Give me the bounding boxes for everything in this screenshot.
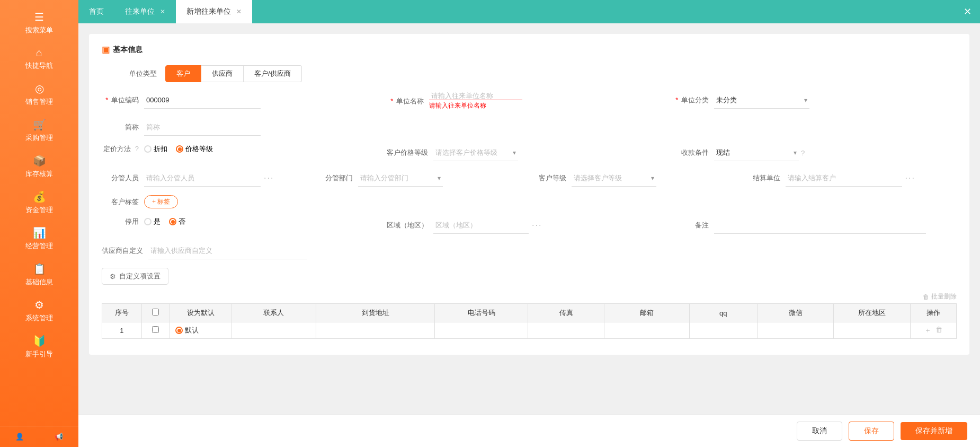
disabled-radio-no[interactable]: 否: [169, 217, 185, 226]
add-tag-btn[interactable]: + 标签: [144, 195, 178, 208]
field-unit-code: * 单位编码: [102, 92, 387, 109]
field-payment-terms: 收款条件 现结 ▾ ?: [672, 144, 957, 161]
customer-level-select[interactable]: 请选择客户等级 ▾: [572, 170, 656, 187]
cell-actions: ＋ 🗑: [910, 322, 956, 339]
manager-input[interactable]: [144, 170, 261, 187]
field-customer-price-level: 客户价格等级 请选择客户价格等级 ▾: [387, 144, 672, 161]
payment-terms-help-icon[interactable]: ?: [801, 149, 805, 157]
unit-category-select[interactable]: 未分类 ▾: [714, 92, 809, 109]
system-icon: ⚙: [34, 299, 44, 311]
table-row: 1 默认: [102, 322, 957, 339]
sidebar-item-search[interactable]: ☰ 搜索菜单: [0, 4, 78, 40]
tab-new-contact[interactable]: 新增往来单位 ✕: [176, 0, 252, 23]
row-short-name: 简称: [102, 119, 957, 136]
region-more-btn[interactable]: ···: [532, 221, 542, 230]
unit-name-error: 请输入往来单位名称: [429, 101, 522, 110]
pricing-radio-discount[interactable]: 折扣: [144, 144, 167, 154]
email-input[interactable]: [626, 327, 668, 335]
field-disabled: 停用 是 否: [102, 217, 387, 226]
operation-icon: 📊: [33, 226, 46, 239]
sidebar-extra-icon[interactable]: 📢: [55, 433, 63, 441]
unit-name-input[interactable]: [429, 92, 522, 100]
sidebar-item-guide[interactable]: 🔰 新手引导: [0, 328, 78, 364]
save-button[interactable]: 保存: [849, 422, 894, 441]
col-location: 所在地区: [834, 304, 910, 322]
short-name-input[interactable]: [144, 119, 261, 136]
field-customer-level: 客户等级 请选择客户等级 ▾: [529, 170, 743, 187]
section-title: ▣ 基本信息: [102, 45, 957, 55]
settings-icon: ⚙: [110, 273, 116, 281]
pricing-help-icon[interactable]: ?: [135, 145, 139, 153]
batch-delete-label[interactable]: 批量删除: [931, 292, 957, 301]
unit-type-both-btn[interactable]: 客户/供应商: [244, 65, 302, 82]
customer-price-level-select[interactable]: 请选择客户价格等级 ▾: [433, 144, 518, 161]
basic-icon: 📋: [33, 262, 46, 275]
unit-type-supplier-btn[interactable]: 供应商: [201, 65, 244, 82]
footer: 取消 保存 保存并新增: [78, 415, 980, 447]
remark-input[interactable]: [714, 217, 926, 234]
unit-code-input[interactable]: [144, 92, 261, 109]
cell-fax: [528, 322, 604, 339]
pricing-radio-level[interactable]: 价格等级: [176, 144, 213, 154]
row-pricing: 定价方法 ? 折扣 价格等级: [102, 144, 957, 161]
sidebar-item-inventory[interactable]: 📦 库存核算: [0, 148, 78, 184]
department-select[interactable]: 请输入分管部门 ▾: [358, 170, 443, 187]
unit-type-btn-group: 客户 供应商 客户/供应商: [165, 65, 302, 82]
pricing-radio-group: 折扣 价格等级: [144, 144, 213, 154]
field-unit-name: * 单位名称 请输入往来单位名称: [387, 92, 672, 110]
default-radio[interactable]: 默认: [175, 326, 226, 335]
location-input[interactable]: [853, 327, 890, 335]
phone-input[interactable]: [458, 327, 505, 335]
disabled-radio-yes[interactable]: 是: [144, 217, 161, 226]
supplier-custom-input[interactable]: [148, 242, 307, 259]
cancel-button[interactable]: 取消: [797, 422, 842, 441]
delete-row-icon[interactable]: 🗑: [936, 326, 942, 335]
manager-more-btn[interactable]: ···: [264, 173, 274, 183]
sidebar-item-purchase[interactable]: 🛒 采购管理: [0, 112, 78, 148]
sidebar-item-finance[interactable]: 💰 资金管理: [0, 184, 78, 220]
search-menu-icon: ☰: [34, 11, 44, 23]
sidebar: ☰ 搜索菜单 ⌂ 快捷导航 ◎ 销售管理 🛒 采购管理 📦 库存核算 💰 资金管…: [0, 0, 78, 447]
sidebar-item-basic[interactable]: 📋 基础信息: [0, 256, 78, 292]
col-fax: 传真: [528, 304, 604, 322]
row-manager: 分管人员 ··· 分管部门 请输入分管部门 ▾ 客户等级: [102, 170, 957, 187]
tab-new-contact-close[interactable]: ✕: [236, 8, 242, 15]
tab-home[interactable]: 首页: [78, 0, 114, 23]
wechat-input[interactable]: [777, 327, 814, 335]
customer-level-chevron: ▾: [651, 174, 654, 182]
col-phone: 电话号码: [435, 304, 528, 322]
tab-bar: 首页 往来单位 ✕ 新增往来单位 ✕ ✕: [78, 0, 980, 23]
department-chevron: ▾: [438, 174, 441, 182]
field-supplier-custom: 供应商自定义: [102, 242, 957, 259]
sidebar-item-operation[interactable]: 📊 经营管理: [0, 220, 78, 256]
select-all-checkbox[interactable]: [152, 309, 159, 315]
save-new-button[interactable]: 保存并新增: [901, 422, 967, 440]
address-input[interactable]: [344, 327, 407, 335]
col-check: [141, 304, 170, 322]
col-wechat: 微信: [758, 304, 834, 322]
field-settlement-unit: 结算单位 ···: [743, 170, 957, 187]
settlement-more-btn[interactable]: ···: [905, 173, 915, 183]
tab-contacts-close[interactable]: ✕: [160, 8, 165, 15]
fax-input[interactable]: [548, 327, 585, 335]
sidebar-user-icon[interactable]: 👤: [15, 433, 24, 441]
purchase-icon: 🛒: [33, 118, 46, 131]
payment-terms-chevron: ▾: [794, 149, 797, 156]
cell-phone: [435, 322, 528, 339]
row-checkbox[interactable]: [152, 326, 159, 333]
sidebar-item-system[interactable]: ⚙ 系统管理: [0, 292, 78, 328]
qq-input[interactable]: [707, 327, 739, 335]
unit-type-customer-btn[interactable]: 客户: [165, 65, 201, 82]
custom-settings-btn[interactable]: ⚙ 自定义项设置: [102, 268, 168, 285]
field-region: 区域（地区） ···: [387, 217, 672, 234]
batch-delete-icon: 🗑: [923, 293, 929, 301]
region-input[interactable]: [433, 217, 529, 234]
settlement-unit-input[interactable]: [786, 170, 902, 187]
contact-input[interactable]: [253, 327, 295, 335]
sidebar-item-sales[interactable]: ◎ 销售管理: [0, 76, 78, 112]
tab-bar-close-btn[interactable]: ✕: [955, 6, 980, 17]
add-row-icon[interactable]: ＋: [924, 326, 931, 335]
tab-contacts[interactable]: 往来单位 ✕: [114, 0, 176, 23]
sidebar-item-quick-nav[interactable]: ⌂ 快捷导航: [0, 40, 78, 76]
payment-terms-select[interactable]: 现结 ▾: [714, 144, 799, 161]
